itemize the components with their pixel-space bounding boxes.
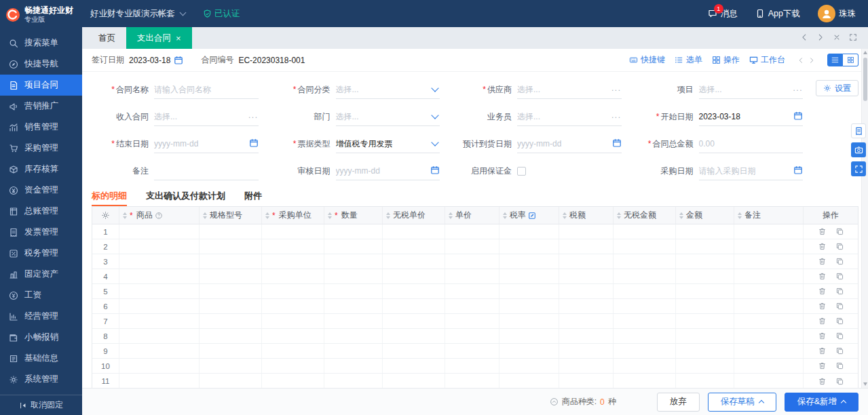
column-header-product[interactable]: *商品 [119, 207, 200, 224]
cell-tax-amount[interactable] [559, 374, 614, 388]
cell-quantity[interactable] [324, 254, 383, 269]
cell-unit-price[interactable] [445, 284, 499, 298]
cell-tax-free-amount[interactable] [614, 299, 676, 313]
copy-icon[interactable] [835, 332, 844, 340]
calendar-icon[interactable] [430, 165, 440, 175]
cell-purchase-unit[interactable] [262, 239, 324, 254]
cell-spec-model[interactable] [200, 254, 262, 269]
cell-tax-amount[interactable] [559, 329, 614, 343]
cell-spec-model[interactable] [200, 329, 262, 343]
cell-unit-price[interactable] [445, 254, 499, 269]
cell-product[interactable] [119, 284, 200, 298]
cell-remark[interactable] [734, 284, 804, 298]
detail-tab-subject-detail[interactable]: 标的明细 [92, 186, 127, 206]
trash-icon[interactable] [818, 377, 827, 386]
cell-purchase-unit[interactable] [262, 299, 324, 313]
cell-remark[interactable] [734, 359, 804, 373]
more-picker-icon[interactable]: ... [611, 84, 622, 95]
expected-arrival-date-input[interactable] [517, 139, 609, 149]
cell-amount[interactable] [676, 284, 734, 298]
cell-quantity[interactable] [324, 359, 383, 373]
cell-tax-rate[interactable] [499, 344, 559, 358]
cell-tax-rate[interactable] [499, 359, 559, 373]
cell-tax-free-price[interactable] [383, 329, 445, 343]
cell-tax-free-amount[interactable] [614, 269, 676, 283]
detail-tab-attachments[interactable]: 附件 [244, 186, 262, 206]
more-picker-icon[interactable]: ... [248, 111, 259, 122]
account-set-dropdown[interactable]: 好业财专业版演示帐套 [90, 8, 185, 20]
float-capture-button[interactable] [851, 142, 866, 157]
cell-quantity[interactable] [324, 224, 383, 239]
chevron-down-icon[interactable] [431, 84, 438, 92]
cell-tax-rate[interactable] [499, 314, 559, 328]
cell-tax-amount[interactable] [559, 359, 614, 373]
cell-quantity[interactable] [324, 314, 383, 328]
income-contract-input[interactable] [154, 112, 245, 121]
contract-name-input[interactable] [154, 85, 259, 94]
sidebar-item-payroll[interactable]: 工资 [0, 285, 82, 306]
cell-amount[interactable] [676, 359, 734, 373]
cell-tax-free-price[interactable] [383, 239, 445, 254]
cell-amount[interactable] [676, 299, 734, 313]
unpin-sidebar-button[interactable]: 取消固定 [0, 395, 82, 415]
cell-amount[interactable] [676, 374, 734, 388]
gear-icon[interactable] [101, 211, 110, 220]
tab-expense-contract[interactable]: 支出合同× [126, 27, 192, 49]
cell-spec-model[interactable] [200, 344, 262, 358]
copy-icon[interactable] [835, 272, 844, 281]
workbench-link[interactable]: 工作台 [749, 54, 785, 66]
cell-product[interactable] [119, 314, 200, 328]
cell-amount[interactable] [676, 254, 734, 269]
sidebar-item-fixed-assets[interactable]: 固定资产 [0, 264, 82, 285]
cell-product[interactable] [119, 239, 200, 254]
enable-deposit-checkbox[interactable] [517, 167, 526, 176]
cell-tax-free-price[interactable] [383, 224, 445, 239]
save-and-new-button[interactable]: 保存&新增 [785, 393, 858, 412]
trash-icon[interactable] [818, 332, 827, 340]
scroll-up-button[interactable] [863, 51, 867, 54]
cell-unit-price[interactable] [445, 269, 499, 283]
sidebar-item-inventory[interactable]: 库存核算 [0, 159, 82, 180]
scrollbar-thumb[interactable] [863, 58, 867, 101]
list-view-toggle[interactable] [827, 54, 843, 66]
sidebar-item-funds[interactable]: 资金管理 [0, 180, 82, 201]
cell-unit-price[interactable] [445, 314, 499, 328]
cell-tax-free-price[interactable] [383, 374, 445, 388]
trash-icon[interactable] [818, 347, 827, 355]
supplier-input[interactable] [517, 85, 608, 94]
cell-unit-price[interactable] [445, 239, 499, 254]
sidebar-item-sales[interactable]: 销售管理 [0, 117, 82, 138]
cell-tax-free-price[interactable] [383, 314, 445, 328]
sidebar-item-general-ledger[interactable]: 总账管理 [0, 201, 82, 222]
cell-purchase-unit[interactable] [262, 224, 324, 239]
cell-product[interactable] [119, 299, 200, 313]
cell-quantity[interactable] [324, 374, 383, 388]
cell-quantity[interactable] [324, 344, 383, 358]
cell-amount[interactable] [676, 344, 734, 358]
prev-record-icon[interactable] [797, 57, 804, 64]
cell-tax-rate[interactable] [499, 299, 559, 313]
copy-icon[interactable] [835, 361, 844, 370]
copy-icon[interactable] [835, 242, 844, 251]
more-picker-icon[interactable]: ... [611, 111, 622, 122]
cell-tax-free-amount[interactable] [614, 239, 676, 254]
cell-product[interactable] [119, 359, 200, 373]
trash-icon[interactable] [818, 242, 827, 251]
sidebar-item-operations[interactable]: 经营管理 [0, 306, 82, 327]
copy-icon[interactable] [835, 317, 844, 325]
department-input[interactable] [336, 112, 430, 121]
cell-tax-free-amount[interactable] [614, 224, 676, 239]
shortcut-keys-link[interactable]: 快捷键 [629, 54, 665, 66]
cell-tax-free-price[interactable] [383, 284, 445, 298]
cell-tax-amount[interactable] [559, 239, 614, 254]
calendar-icon[interactable] [249, 138, 259, 148]
sidebar-item-project-contract[interactable]: 项目合同 [0, 75, 82, 96]
invoice-type-input[interactable] [336, 139, 430, 149]
copy-icon[interactable] [835, 347, 844, 355]
cell-tax-amount[interactable] [559, 299, 614, 313]
cell-purchase-unit[interactable] [262, 344, 324, 358]
operations-link[interactable]: 操作 [712, 54, 740, 66]
cell-purchase-unit[interactable] [262, 284, 324, 298]
cell-tax-free-price[interactable] [383, 299, 445, 313]
start-date-input[interactable] [699, 112, 791, 121]
